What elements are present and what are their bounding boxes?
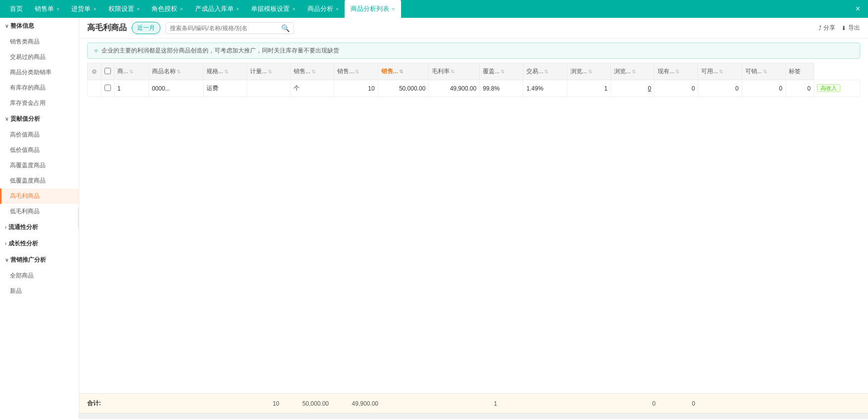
select-all-checkbox[interactable] [104, 68, 111, 74]
export-icon: ⬇ [841, 25, 846, 32]
period-filter-button[interactable]: 近一月 [132, 22, 160, 34]
row-sellable: 0 [785, 80, 814, 97]
sidebar-item-new-goods[interactable]: 新品 [0, 283, 79, 299]
column-coverage[interactable]: 覆盖...⇅ [480, 63, 523, 80]
footer-available: 0 [616, 400, 656, 407]
table-row: 1 0000... 运费 个 10 50,000.00 49,900.00 99… [88, 80, 860, 97]
export-button[interactable]: ⬇ 导出 [841, 24, 860, 32]
nav-template-settings[interactable]: 单据模板设置 × [245, 0, 301, 18]
footer-spacer2 [418, 400, 458, 407]
data-table: ⚙ 商...⇅ 商品名称⇅ 规格...⇅ 计量...⇅ 销售...⇅ 销售...… [87, 63, 860, 97]
footer-spacer5 [576, 400, 616, 407]
column-available[interactable]: 可用...⇅ [698, 63, 742, 80]
nav-permission-settings[interactable]: 权限设置 × [102, 0, 146, 18]
row-unit: 个 [291, 80, 334, 97]
table-header-row: ⚙ 商...⇅ 商品名称⇅ 规格...⇅ 计量...⇅ 销售...⇅ 销售...… [88, 63, 860, 80]
nav-product-inbound[interactable]: 产成品入库单 × [189, 0, 245, 18]
column-settings-icon[interactable]: ⚙ [88, 63, 102, 80]
sort-icon: ⇅ [501, 69, 505, 74]
nav-role-auth-close[interactable]: × [180, 6, 183, 12]
nav-home[interactable]: 首页 [4, 0, 29, 18]
sidebar-item-inventory-capital[interactable]: 库存资金占用 [0, 95, 79, 111]
sidebar-group-marketing[interactable]: ∨ 营销推广分析 [0, 252, 79, 268]
sort-icon: ⇅ [763, 69, 767, 74]
sort-icon: ⇅ [177, 69, 181, 74]
sidebar-group-growth[interactable]: › 成长性分析 [0, 235, 79, 252]
chevron-right-icon: › [5, 225, 6, 230]
sidebar-item-all-goods[interactable]: 全部商品 [0, 268, 79, 283]
column-tag[interactable]: 标签 [785, 63, 814, 80]
sort-icon: ⇅ [544, 69, 548, 74]
info-icon: ✧ [94, 47, 99, 54]
row-checkbox-cell[interactable] [102, 80, 114, 97]
sidebar-item-low-margin[interactable]: 低毛利商品 [0, 204, 79, 219]
footer-spacer3 [497, 400, 537, 407]
sidebar-group-overall[interactable]: ∨ 整体信息 [0, 18, 79, 34]
sidebar-item-traded-goods[interactable]: 交易过的商品 [0, 49, 79, 65]
sidebar-collapse-button[interactable]: « [78, 209, 79, 229]
column-checkbox-all[interactable] [102, 63, 114, 80]
sidebar-item-category-sales-rate[interactable]: 商品分类助销率 [0, 65, 79, 80]
nav-product-analysis-list-close[interactable]: × [392, 6, 395, 12]
column-browse1[interactable]: 浏览...⇅ [567, 63, 611, 80]
sidebar: « ∨ 整体信息 销售类商品 交易过的商品 商品分类助销率 有库存的商品 库存资… [0, 18, 79, 419]
nav-permission-settings-close[interactable]: × [137, 6, 140, 12]
sidebar-item-sales-goods[interactable]: 销售类商品 [0, 34, 79, 49]
footer-spacer4 [537, 400, 576, 407]
column-sales2[interactable]: 销售...⇅ [334, 63, 378, 80]
sidebar-group-contribution[interactable]: ∨ 贡献值分析 [0, 111, 79, 127]
nav-template-settings-close[interactable]: × [292, 6, 295, 12]
nav-product-analysis-list[interactable]: 商品分析列表 × [345, 0, 401, 18]
column-gross-rate[interactable]: 毛利率⇅ [429, 63, 480, 80]
footer-sales1: 10 [250, 400, 279, 407]
total-label: 合计: [87, 399, 101, 408]
nav-product-analysis[interactable]: 商品分析 × [302, 0, 345, 18]
row-checkbox[interactable] [104, 85, 111, 91]
column-sales3[interactable]: 销售...⇅ [378, 63, 429, 80]
footer-sellable: 0 [656, 400, 695, 407]
column-transactions[interactable]: 交易...⇅ [523, 63, 567, 80]
content-header: 高毛利商品 近一月 🔍 ⤴ 分享 ⬇ 导出 [79, 18, 868, 39]
search-box: 🔍 [165, 22, 294, 34]
nav-product-analysis-close[interactable]: × [336, 6, 339, 12]
nav-sales-order[interactable]: 销售单 × [29, 0, 65, 18]
nav-purchase-order-close[interactable]: × [93, 6, 96, 12]
chevron-down-icon: ∨ [5, 23, 8, 29]
sort-icon: ⇅ [675, 69, 679, 74]
nav-purchase-order[interactable]: 进货单 × [65, 0, 102, 18]
row-browse2: 0 [655, 80, 698, 97]
column-unit[interactable]: 计量...⇅ [247, 63, 290, 80]
row-sales2: 50,000.00 [378, 80, 429, 97]
sort-icon: ⇅ [632, 69, 636, 74]
share-button[interactable]: ⤴ 分享 [818, 24, 835, 32]
column-sellable[interactable]: 可销...⇅ [742, 63, 785, 80]
nav-role-auth[interactable]: 角色授权 × [146, 0, 189, 18]
sidebar-item-in-stock-goods[interactable]: 有库存的商品 [0, 80, 79, 95]
nav-sales-order-close[interactable]: × [56, 6, 59, 12]
column-spec[interactable]: 规格...⇅ [203, 63, 247, 80]
row-name: 运费 [203, 80, 247, 97]
nav-product-inbound-close[interactable]: × [236, 6, 239, 12]
chevron-right-icon: › [5, 241, 6, 246]
sidebar-item-low-value[interactable]: 低价值商品 [0, 142, 79, 158]
sort-icon: ⇅ [355, 69, 359, 74]
sidebar-item-high-margin[interactable]: 高毛利商品 [0, 188, 79, 204]
column-name[interactable]: 商品名称⇅ [149, 63, 203, 80]
content-area: 高毛利商品 近一月 🔍 ⤴ 分享 ⬇ 导出 ✧ 企业的主要的利润都是这部分商品创… [79, 18, 868, 419]
column-code[interactable]: 商...⇅ [114, 63, 149, 80]
sort-icon: ⇅ [224, 69, 228, 74]
search-icon[interactable]: 🔍 [281, 24, 290, 32]
app-close-button[interactable]: × [852, 4, 864, 13]
column-sales1[interactable]: 销售...⇅ [291, 63, 334, 80]
sidebar-group-liquidity[interactable]: › 流通性分析 [0, 219, 79, 235]
column-current-stock[interactable]: 现有...⇅ [655, 63, 698, 80]
sidebar-item-high-value[interactable]: 高价值商品 [0, 127, 79, 142]
column-browse2[interactable]: 浏览...⇅ [611, 63, 654, 80]
row-browse1[interactable]: 0 [611, 80, 654, 97]
footer-total-row: 合计: 10 50,000.00 49,900.00 1 0 0 [79, 393, 868, 413]
sidebar-item-low-coverage[interactable]: 低覆盖度商品 [0, 173, 79, 188]
search-input[interactable] [170, 25, 281, 32]
sidebar-item-high-coverage[interactable]: 高覆盖度商品 [0, 158, 79, 173]
data-table-container: ⚙ 商...⇅ 商品名称⇅ 规格...⇅ 计量...⇅ 销售...⇅ 销售...… [87, 63, 860, 393]
horizontal-scrollbar[interactable] [79, 413, 868, 419]
